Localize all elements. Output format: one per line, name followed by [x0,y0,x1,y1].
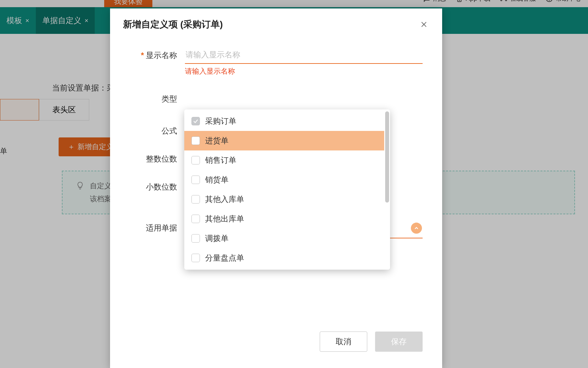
label-formula: 公式 [130,124,185,136]
label-type: 类型 [130,92,185,104]
dropdown-item[interactable]: 其他入库单 [184,190,384,209]
dropdown-item[interactable]: 进货单 [184,131,384,150]
modal-body: 显示名称 请输入显示名称 类型 公式 整数位数 小数位数 适用 [110,37,442,324]
dropdown-item[interactable]: 分量盘点单 [184,248,384,268]
checkbox[interactable] [191,234,200,243]
checkbox[interactable] [191,136,200,145]
checkbox[interactable] [191,215,200,223]
dropdown-item[interactable]: 销货单 [184,170,384,190]
dropdown-item-label: 分量盘点单 [205,253,244,263]
label-display-name: 显示名称 [130,48,185,61]
dropdown-item[interactable]: 采购订单 [184,111,384,131]
dropdown-item[interactable]: 销售订单 [184,150,384,170]
dropdown-scrollbar[interactable] [384,109,390,270]
dropdown-list[interactable]: 采购订单进货单销售订单销货单其他入库单其他出库单调拨单分量盘点单 [184,109,384,270]
display-name-error: 请输入显示名称 [185,66,423,76]
check-icon [193,118,199,124]
dropdown-item-label: 其他入库单 [205,194,244,205]
display-name-input[interactable] [185,48,423,64]
dropdown-item[interactable]: 其他出库单 [184,209,384,229]
checkbox[interactable] [191,156,200,164]
dropdown-item-label: 其他出库单 [205,214,244,224]
scrollbar-thumb[interactable] [385,111,389,203]
applicable-dropdown: 采购订单进货单销售订单销货单其他入库单其他出库单调拨单分量盘点单 [184,109,390,270]
checkbox[interactable] [191,176,200,184]
dropdown-item-label: 调拨单 [205,233,229,244]
dropdown-item-label: 销售订单 [205,155,236,165]
checkbox[interactable] [191,195,200,204]
label-applicable: 适用单据 [130,221,185,233]
row-type: 类型 [130,92,423,104]
cancel-button[interactable]: 取消 [320,332,367,352]
modal-header: 新增自定义项 (采购订单) [110,8,442,37]
chevron-up-icon [413,225,419,231]
dropdown-item-label: 销货单 [205,175,229,185]
dropdown-toggle-button[interactable] [411,223,422,234]
row-display-name: 显示名称 请输入显示名称 [130,48,423,76]
modal-close-button[interactable] [419,19,429,30]
checkbox[interactable] [191,254,200,262]
checkbox[interactable] [191,117,200,125]
dropdown-item-label: 进货单 [205,135,229,146]
dropdown-item-label: 采购订单 [205,116,236,126]
add-custom-field-modal: 新增自定义项 (采购订单) 显示名称 请输入显示名称 类型 公式 整数位数 [110,8,442,368]
label-int-digits: 整数位数 [130,152,185,164]
dropdown-item[interactable]: 调拨单 [184,229,384,248]
modal-title: 新增自定义项 (采购订单) [123,18,223,31]
close-icon [420,21,428,28]
modal-footer: 取消 保存 [110,324,442,368]
save-button[interactable]: 保存 [375,332,423,352]
label-dec-digits: 小数位数 [130,180,185,192]
